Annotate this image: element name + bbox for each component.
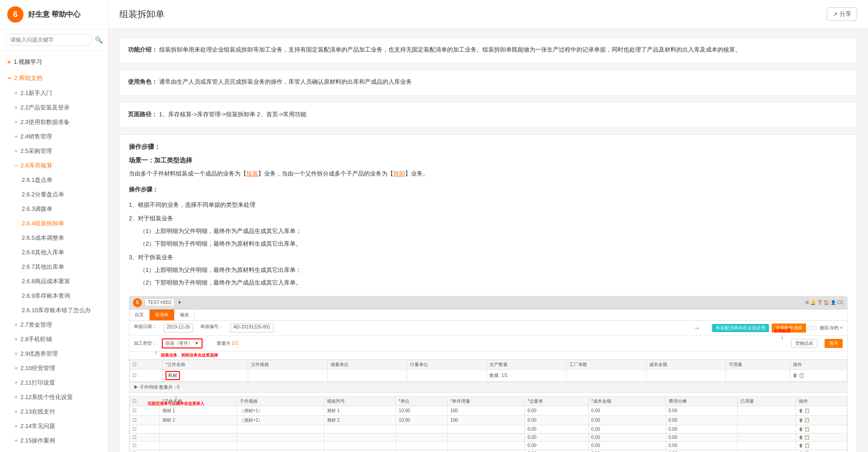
col-actions: 操作 bbox=[790, 360, 847, 369]
sidebar-item-label: 2.6.3调拨单 bbox=[22, 205, 52, 213]
intro-text: 功能介绍： 组装拆卸单用来处理企业组装或拆卸等加工业务，支持有固定装配清单的产品… bbox=[128, 44, 849, 55]
path-box: 页面路径： 1、库存核算->库存管理->组装拆卸单 2、首页->常用功能 bbox=[119, 102, 857, 128]
sidebar-item-prepare[interactable]: + 2.3使用前数据准备 bbox=[0, 115, 108, 129]
sidebar-item-inventory[interactable]: 2.6.1盘点单 bbox=[0, 173, 108, 187]
sidebar-item-label: 2.6.4组装拆卸单 bbox=[22, 219, 64, 228]
sim-lower-header: ▶ 子件明细 数量共：0 ↑ 无固定清单可以插件在这里录入 bbox=[129, 382, 847, 393]
sim-search-input[interactable]: 货物品名 bbox=[791, 339, 817, 348]
sub-table-row-3: ☐0.000.000.00🗑 📋 bbox=[130, 425, 847, 433]
scenario1-desc: 当由多个子件材料组装成一个成品的业务为【组装】业务，当由一个父件拆分成多个子产品… bbox=[129, 168, 848, 180]
share-label: 分享 bbox=[840, 10, 851, 18]
collapse-icon: − bbox=[7, 75, 11, 82]
sim-tab-edit[interactable]: 修改 bbox=[175, 309, 195, 320]
app-title: 好生意 帮助中心 bbox=[28, 10, 80, 19]
sidebar-item-cost-calc[interactable]: 2.6.8商品成本重算 bbox=[0, 274, 108, 289]
sim-enable-area: 货物品名 启用处理 ↓ bbox=[791, 339, 817, 348]
search-button[interactable]: 🔍 bbox=[95, 36, 103, 43]
expand-icon: + bbox=[14, 423, 18, 429]
sub-table-row-4: ☐0.000.000.00🗑 📋 bbox=[130, 433, 847, 441]
sim-sub-table-container: ☐ *子件名称 子件规格 规格列号 *单位 *单件用量 *总量单 *成本金额 费… bbox=[129, 393, 847, 452]
sidebar-item-coupon[interactable]: + 2.9优惠券管理 bbox=[0, 347, 108, 361]
sidebar-item-print[interactable]: + 2.11打印设置 bbox=[0, 376, 108, 390]
sub-table-row-2: ☐测材 2（测材+1）测材 210.001000.000.000.00🗑 📋 bbox=[130, 415, 847, 425]
share-button[interactable]: ↗ 分享 bbox=[827, 7, 857, 21]
sidebar-item-stock-check[interactable]: 2.6.9库存账本查询 bbox=[0, 289, 108, 303]
sidebar-item-video[interactable]: + 1.视频学习 bbox=[0, 54, 108, 70]
parent-name-field[interactable]: 耗材 bbox=[165, 371, 180, 380]
sidebar-item-label: 2.6.2分量盘点单 bbox=[22, 190, 64, 199]
sidebar-item-new[interactable]: + 2.1新手入门 bbox=[0, 86, 108, 100]
expand-icon: + bbox=[14, 336, 18, 343]
expand-icon: + bbox=[7, 58, 11, 66]
sidebar-item-label: 2.11打印设置 bbox=[20, 379, 55, 387]
sidebar-item-sales[interactable]: + 2.4销售管理 bbox=[0, 129, 108, 144]
sim-extra-btns: 撤回 存档 × bbox=[820, 325, 843, 331]
sidebar-item-other-out[interactable]: 2.6.7其他出库单 bbox=[0, 260, 108, 274]
sidebar-item-adjust[interactable]: 2.6.3调拨单 bbox=[0, 202, 108, 216]
expand-icon: + bbox=[14, 394, 18, 400]
sidebar-item-operation[interactable]: + 2.10经营管理 bbox=[0, 361, 108, 376]
sidebar-item-label: 2.2产品安装及登录 bbox=[20, 104, 70, 112]
annotation-arrow-1: → bbox=[694, 324, 700, 332]
sim-no-val: AD-20191226-001 bbox=[230, 324, 274, 333]
expand-icon: + bbox=[14, 133, 18, 140]
sim-icons: ⚙ 🔔 ❓ 🏠 👤 CC bbox=[805, 300, 844, 305]
step-2-2: （2）下部明细为子件明细，最终作为原材料生成其它出库单。 bbox=[140, 238, 848, 250]
row-meas-unit bbox=[407, 369, 487, 381]
sub-col-used: 已用量 bbox=[737, 396, 796, 406]
sidebar-item-label: 2.6库存核算 bbox=[21, 162, 52, 170]
sim-search-btn[interactable]: 查询 bbox=[825, 339, 843, 348]
sidebar-item-assembly[interactable]: 2.6.4组装拆卸单 bbox=[0, 216, 108, 231]
search-input[interactable] bbox=[5, 34, 92, 46]
col-prod-qty: 生产数量 bbox=[487, 360, 566, 369]
sidebar-item-install[interactable]: + 2.2产品安装及登录 bbox=[0, 100, 108, 115]
col-meas-unit: 计量单位 bbox=[407, 360, 487, 369]
dropdown-icon: ▼ bbox=[194, 341, 199, 346]
assembly-link[interactable]: 组装 bbox=[246, 170, 258, 177]
sim-tab-new[interactable]: 新增单 bbox=[150, 309, 175, 320]
sidebar-item-label: 2.15操作案例 bbox=[20, 437, 55, 445]
sidebar-item-purchase[interactable]: + 2.5采购管理 bbox=[0, 144, 108, 158]
sidebar-item-payment[interactable]: + 2.13在线支付 bbox=[0, 404, 108, 419]
sidebar-item-partial[interactable]: 2.6.2分量盘点单 bbox=[0, 187, 108, 202]
lower-label: ▶ 子件明细 数量共：0 bbox=[134, 384, 179, 390]
annotation-no-fixed: ↑ 无固定清单可以插件在这里录入 bbox=[147, 395, 204, 407]
col-parent-spec: 父件规格 bbox=[248, 360, 328, 369]
sim-date-val: 2019-12-26 bbox=[164, 324, 193, 333]
sidebar-item-label: 2.1新手入门 bbox=[20, 89, 52, 97]
sidebar: 6 好生意 帮助中心 🔍 + 1.视频学习 − 2.帮助文档 + 2.1新手入门 bbox=[0, 0, 108, 452]
sim-type-label: 加工类型： bbox=[134, 340, 156, 347]
sidebar-item-stock[interactable]: − 2.6库存核算 bbox=[0, 158, 108, 173]
sidebar-item-cases[interactable]: + 2.15操作案例 bbox=[0, 433, 108, 448]
path-text: 页面路径： 1、库存核算->库存管理->组装拆卸单 2、首页->常用功能 bbox=[128, 109, 849, 119]
sidebar-item-docs[interactable]: − 2.帮助文档 bbox=[0, 71, 108, 86]
sim-type-selector[interactable]: 组装（零件） ▼ bbox=[162, 338, 203, 348]
row-cost bbox=[646, 369, 726, 381]
sidebar-item-label: 2.10经营管理 bbox=[20, 364, 55, 372]
row-parent-name: 耗材 bbox=[163, 369, 248, 381]
sim-tab-list[interactable]: 自页 bbox=[129, 309, 150, 320]
sidebar-item-faq[interactable]: + 2.14常见问题 bbox=[0, 419, 108, 433]
sim-confirm-btn[interactable] bbox=[809, 326, 817, 330]
disassembly-link[interactable]: 拆卸 bbox=[393, 170, 405, 177]
sidebar-item-label: 2.6.7其他出库单 bbox=[22, 263, 64, 271]
sim-upper-table-container: ☐ *父件名称 父件规格 储量单位 计量单位 生产数量 工厂单数 成本金额 可用… bbox=[129, 360, 847, 382]
row-action: 🗑 📋 bbox=[790, 369, 847, 381]
sim-count-label: 数量共 1/1 bbox=[217, 340, 238, 347]
sub-table-row-6: ☐0.000.000.00🗑 📋 bbox=[130, 449, 847, 452]
row-check[interactable]: ☐ bbox=[130, 369, 163, 381]
down-arrow-icon: ↓ bbox=[781, 334, 783, 340]
step-2-1: （1）上部明细为父件明细，最终作为产成品生成其它入库单； bbox=[140, 225, 848, 237]
row-factory bbox=[566, 369, 646, 381]
sidebar-item-stock-err[interactable]: 2.6.10库存账本错了怎么办 bbox=[0, 303, 108, 318]
annotation-enable: 启用处理 ↓ bbox=[774, 328, 790, 340]
sidebar-item-cost[interactable]: 2.6.5成本调整单 bbox=[0, 231, 108, 245]
sidebar-item-capital[interactable]: + 2.7资金管理 bbox=[0, 318, 108, 332]
sidebar-item-label: 1.视频学习 bbox=[14, 58, 42, 66]
sidebar-item-mobile[interactable]: + 2.8手机旺铺 bbox=[0, 332, 108, 347]
expand-icon: + bbox=[14, 380, 18, 386]
sim-date-label: 单据日期： bbox=[134, 324, 156, 333]
sidebar-item-other-in[interactable]: 2.6.6其他入库单 bbox=[0, 245, 108, 260]
up-arrow-icon: ↑ bbox=[155, 350, 157, 356]
sidebar-item-personalize[interactable]: + 2.12系统个性化设置 bbox=[0, 390, 108, 404]
